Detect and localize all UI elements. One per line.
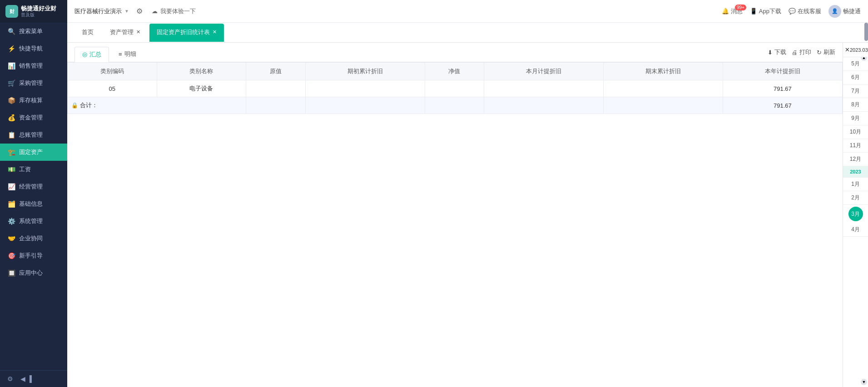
date-month-11[interactable]: 11月 <box>843 139 868 153</box>
date-month-4[interactable]: 4月 <box>843 223 868 237</box>
sidebar-item-quicknav[interactable]: ⚡ 快捷导航 <box>0 40 67 57</box>
sidebar: 财 畅捷通好业财 普及版 🔍 搜索菜单 ⚡ 快捷导航 📊 销售管理 🛒 采购管理… <box>0 0 67 387</box>
sidebar-item-finance[interactable]: 💰 资金管理 <box>0 109 67 126</box>
col-name: 类别名称 <box>157 63 246 80</box>
sidebar-item-purchase[interactable]: 🛒 采购管理 <box>0 74 67 92</box>
company-selector[interactable]: 医疗器械行业演示 ▼ <box>74 7 129 15</box>
user-btn[interactable]: 👤 畅捷通 <box>828 5 861 18</box>
date-month-9[interactable]: 9月 <box>843 112 868 125</box>
sidebar-item-label-operations: 经营管理 <box>19 183 43 191</box>
cell-original <box>246 80 305 97</box>
app-subtitle: 普及版 <box>21 12 56 18</box>
refresh-btn[interactable]: ↻ 刷新 <box>817 48 835 56</box>
date-month-3-wrapper: 3月 <box>843 205 868 223</box>
notifications-btn[interactable]: 🔔 消息 99+ <box>722 7 743 15</box>
topbar-settings-icon[interactable]: ⚙ <box>136 7 143 15</box>
date-month-7[interactable]: 7月 <box>843 84 868 98</box>
sidebar-settings-icon[interactable]: ⚙ <box>7 375 13 382</box>
cell-code: 05 <box>68 80 157 97</box>
subtabs: ◎ 汇总 ≡ 明细 <box>74 43 768 62</box>
download-btn[interactable]: ⬇ 下载 <box>768 48 786 56</box>
subtab-detail-label: 明细 <box>124 50 136 58</box>
sidebar-item-label-basic: 基础信息 <box>19 200 43 208</box>
tab-asset-mgmt-close[interactable]: ✕ <box>136 29 140 35</box>
date-month-10[interactable]: 10月 <box>843 125 868 139</box>
total-month-depr <box>484 97 603 114</box>
sidebar-item-label-salary: 工资 <box>19 165 31 174</box>
tab-home[interactable]: 首页 <box>74 24 101 42</box>
date-month-12[interactable]: 12月 <box>843 153 868 166</box>
date-month-1[interactable]: 1月 <box>843 178 868 191</box>
col-period-begin-depr: 期初累计折旧 <box>305 63 425 80</box>
online-service-btn[interactable]: 💬 在线客服 <box>789 7 821 15</box>
col-original: 原值 <box>246 63 305 80</box>
sidebar-item-enterprise[interactable]: 🤝 企业协同 <box>0 230 67 247</box>
sidebar-item-system[interactable]: ⚙️ 系统管理 <box>0 213 67 230</box>
avatar: 👤 <box>828 5 841 18</box>
content-area: ◎ 汇总 ≡ 明细 ⬇ 下载 🖨 打印 <box>67 43 868 387</box>
download-icon: 📱 <box>750 8 757 15</box>
sidebar-item-label-search: 搜索菜单 <box>19 27 43 35</box>
sidebar-item-ledger[interactable]: 📋 总账管理 <box>0 126 67 144</box>
cell-month-depr <box>484 80 603 97</box>
refresh-label: 刷新 <box>823 48 835 56</box>
cell-year-depr: 791.67 <box>723 80 842 97</box>
date-month-8[interactable]: 8月 <box>843 98 868 112</box>
sidebar-item-inventory[interactable]: 📦 库存核算 <box>0 92 67 109</box>
print-btn[interactable]: 🖨 打印 <box>792 48 811 56</box>
operations-icon: 📈 <box>7 183 15 190</box>
topbar-right: 🔔 消息 99+ 📱 App下载 💬 在线客服 👤 畅捷通 <box>722 5 861 18</box>
total-period-begin-depr <box>305 97 425 114</box>
sidebar-item-fixedassets[interactable]: 🏗️ 固定资产 <box>0 144 67 161</box>
tab-depreciation-label: 固定资产折旧统计表 <box>157 28 210 36</box>
tab-asset-mgmt[interactable]: 资产管理 ✕ <box>103 24 148 42</box>
tab-asset-mgmt-label: 资产管理 <box>110 28 134 36</box>
total-period-end-depr <box>603 97 723 114</box>
cloud-icon: ☁ <box>152 8 158 15</box>
app-logo: 财 畅捷通好业财 普及版 <box>0 0 67 23</box>
username: 畅捷通 <box>843 7 861 15</box>
date-panel-title: 2023.03 <box>850 47 868 53</box>
sidebar-item-basic[interactable]: 🗂️ 基础信息 <box>0 195 67 213</box>
inventory-icon: 📦 <box>7 97 15 104</box>
download-label: 下载 <box>774 48 786 56</box>
toolbar: ⬇ 下载 🖨 打印 ↻ 刷新 <box>768 48 835 56</box>
date-panel-header: ✕ 2023.03 ⛶ <box>843 43 868 57</box>
date-month-3-selected[interactable]: 3月 <box>848 207 863 221</box>
subtab-detail[interactable]: ≡ 明细 <box>111 46 144 62</box>
sidebar-item-label-ledger: 总账管理 <box>19 131 43 139</box>
sidebar-item-operations[interactable]: 📈 经营管理 <box>0 178 67 195</box>
print-label: 打印 <box>799 48 811 56</box>
sidebar-item-sales[interactable]: 📊 销售管理 <box>0 57 67 74</box>
sidebar-item-salary[interactable]: 💵 工资 <box>0 161 67 178</box>
main-area: 医疗器械行业演示 ▼ ⚙ ☁ 我要体验一下 🔔 消息 99+ 📱 App下载 💬… <box>67 0 868 387</box>
sidebar-collapse-icon[interactable]: ◀ ▐ <box>20 375 32 382</box>
scroll-down-icon[interactable]: ▼ <box>861 379 867 385</box>
print-icon: 🖨 <box>792 49 798 56</box>
notifications-badge: 99+ <box>735 5 746 10</box>
cell-name: 电子设备 <box>157 80 246 97</box>
tab-depreciation[interactable]: 固定资产折旧统计表 ✕ <box>149 24 224 42</box>
table-total-row: 🔒 合计： 791.67 <box>68 97 843 114</box>
detail-icon: ≡ <box>119 51 122 58</box>
cell-period-begin-depr <box>305 80 425 97</box>
date-month-6[interactable]: 6月 <box>843 71 868 84</box>
topbar: 医疗器械行业演示 ▼ ⚙ ☁ 我要体验一下 🔔 消息 99+ 📱 App下载 💬… <box>67 0 868 23</box>
total-label: 合计： <box>80 102 98 109</box>
subtab-summary[interactable]: ◎ 汇总 <box>74 47 109 62</box>
sidebar-item-search[interactable]: 🔍 搜索菜单 <box>0 23 67 40</box>
app-download-btn[interactable]: 📱 App下载 <box>750 7 781 15</box>
basic-icon: 🗂️ <box>7 200 15 208</box>
enterprise-icon: 🤝 <box>7 235 15 242</box>
date-month-2[interactable]: 2月 <box>843 191 868 205</box>
date-panel-close-icon[interactable]: ✕ <box>845 46 850 53</box>
experience-btn[interactable]: ☁ 我要体验一下 <box>152 7 196 15</box>
total-original <box>246 97 305 114</box>
tabbar: 首页 资产管理 ✕ 固定资产折旧统计表 ✕ <box>67 23 868 43</box>
sidebar-item-apps[interactable]: 🔲 应用中心 <box>0 264 67 282</box>
cell-period-end-depr <box>603 80 723 97</box>
sidebar-item-guide[interactable]: 🎯 新手引导 <box>0 247 67 264</box>
total-year-depr: 791.67 <box>723 97 842 114</box>
tab-depreciation-close[interactable]: ✕ <box>213 29 217 35</box>
table-row[interactable]: 05 电子设备 791.67 <box>68 80 843 97</box>
